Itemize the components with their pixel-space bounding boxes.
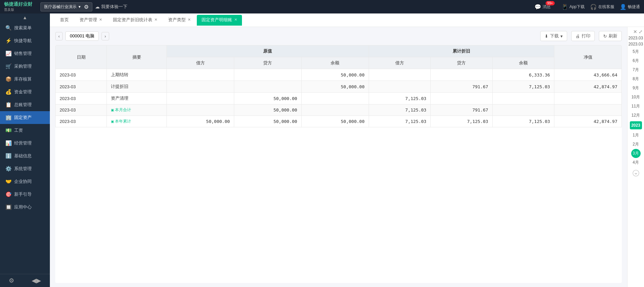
table-row: 2023-03本月合计50,000.007,125.03791.67 <box>56 104 622 116</box>
sidebar-item-sales[interactable]: 📈 销售管理 <box>0 47 50 60</box>
table-row: 2023-03资产清理50,000.007,125.03 <box>56 93 622 104</box>
online-service-button[interactable]: 🎧 在线客服 <box>590 4 614 10</box>
months-list: 5月6月7月8月9月10月11月12月 <box>630 47 642 120</box>
sidebar-item-apps[interactable]: 🔲 应用中心 <box>0 201 50 214</box>
download-icon: ⬇ <box>545 34 548 39</box>
sidebar-item-basic-info[interactable]: ℹ️ 基础信息 <box>0 150 50 162</box>
sidebar-item-inventory[interactable]: 📦 库存核算 <box>0 73 50 86</box>
settings-icon[interactable]: ⚙ <box>84 4 89 10</box>
handshake-icon: 🤝 <box>5 179 11 185</box>
building-icon: 🏢 <box>5 115 11 121</box>
sidebar-item-system[interactable]: ⚙️ 系统管理 <box>0 162 50 175</box>
month-item[interactable]: 7月 <box>630 65 642 74</box>
chevron-down-icon: ▾ <box>560 34 563 39</box>
toolbar-row: ‹ 000001 电脑 › ⬇ 下载 ▾ 🖨 打印 <box>55 31 622 41</box>
month-item[interactable]: 6月 <box>630 56 642 65</box>
download-button[interactable]: ⬇ 下载 ▾ <box>540 31 567 41</box>
col-accumulated-depreciation-header: 累计折旧 <box>369 45 554 57</box>
col-summary-header: 摘要 <box>107 45 167 69</box>
sidebar-footer: ⚙ ◀▶ <box>0 274 50 287</box>
sidebar-item-search[interactable]: 🔍 搜索菜单 <box>0 22 50 34</box>
apps-icon: 🔲 <box>5 204 11 210</box>
bar-chart-icon: 📊 <box>5 140 11 146</box>
sidebar-scroll-up[interactable]: ▲ <box>0 13 50 22</box>
tab-close-asset-detail[interactable]: ✕ <box>234 18 237 22</box>
main-content: ‹ 000001 电脑 › ⬇ 下载 ▾ 🖨 打印 <box>50 27 627 287</box>
tab-home[interactable]: 首页 <box>55 15 73 26</box>
money-icon: 💰 <box>5 89 11 95</box>
table-row: 2023-03计提折旧50,000.00791.677,125.0342,874… <box>56 81 622 93</box>
guide-icon: 🎯 <box>5 191 11 197</box>
month-item[interactable]: 2月 <box>630 140 642 149</box>
toolbar-right: ⬇ 下载 ▾ 🖨 打印 ↻ 刷新 <box>540 31 622 41</box>
svg-point-0 <box>633 170 639 176</box>
month-item[interactable]: 5月 <box>630 47 642 56</box>
sidebar-item-guide[interactable]: 🎯 新手引导 <box>0 188 50 201</box>
month-item[interactable]: 1月 <box>630 131 642 140</box>
tab-close-asset-mgmt[interactable]: ✕ <box>99 18 102 22</box>
tab-asset-detail[interactable]: 固定资产明细账 ✕ <box>197 15 242 26</box>
refresh-icon: ↻ <box>603 34 607 39</box>
table-row: 2023-03本年累计50,000.0050,000.0050,000.007,… <box>56 116 622 127</box>
user-avatar[interactable]: 👤 畅捷通 <box>620 4 640 10</box>
collapse-sidebar-button[interactable]: ◀▶ <box>32 277 41 284</box>
col-acc-credit: 贷方 <box>431 57 492 69</box>
tab-asset-mgmt[interactable]: 资产管理 ✕ <box>75 15 107 26</box>
ledger-icon: 📋 <box>5 102 11 108</box>
panel-expand-icon[interactable] <box>633 170 639 178</box>
month-item[interactable]: 4月 <box>630 158 642 167</box>
sidebar-item-capital[interactable]: 💰 资金管理 <box>0 86 50 98</box>
search-icon: 🔍 <box>5 25 11 31</box>
ledger-table: 日期 摘要 原值 累计折旧 净值 借方 贷方 余额 借方 <box>55 45 622 127</box>
prev-asset-button[interactable]: ‹ <box>55 32 63 40</box>
content-area: 首页 资产管理 ✕ 固定资产折旧统计表 ✕ 资产类型 ✕ 固定资产明细账 ✕ <box>50 13 644 287</box>
close-panel-button[interactable]: ✕ <box>633 29 637 34</box>
header-right: 💬 消息 99+ 📱 App下载 🎧 在线客服 👤 畅捷通 <box>534 4 640 10</box>
company-selector[interactable]: 医疗器械行业演示 ▾ ⚙ <box>40 2 92 11</box>
tab-close-asset-type[interactable]: ✕ <box>188 18 191 22</box>
month-item[interactable]: 3月 <box>631 149 641 158</box>
month-item[interactable]: 8月 <box>630 74 642 84</box>
tab-asset-type[interactable]: 资产类型 ✕ <box>163 15 195 26</box>
panel-year-month-top: 2023.03 <box>627 35 644 41</box>
print-button[interactable]: 🖨 打印 <box>571 31 595 41</box>
col-acc-debit: 借方 <box>369 57 430 69</box>
cart-icon: 🛒 <box>5 63 11 69</box>
info-icon: ℹ️ <box>5 153 11 159</box>
flash-icon: ⚡ <box>5 38 11 44</box>
refresh-button[interactable]: ↻ 刷新 <box>599 31 622 41</box>
sidebar-item-fixed-assets[interactable]: 🏢 固定资产 <box>0 111 50 124</box>
tab-close-depreciation-table[interactable]: ✕ <box>154 18 157 22</box>
month-item[interactable]: 11月 <box>630 102 642 111</box>
col-acc-balance: 余额 <box>492 57 554 69</box>
col-orig-debit: 借方 <box>167 57 234 69</box>
next-asset-button[interactable]: › <box>101 32 109 40</box>
month-item[interactable]: 12月 <box>630 111 642 120</box>
col-original-value-header: 原值 <box>167 45 369 57</box>
app-download-button[interactable]: 📱 App下载 <box>561 4 585 10</box>
sidebar: ▲ 🔍 搜索菜单 ⚡ 快捷导航 📈 销售管理 🛒 采购管理 📦 库存核算 <box>0 13 50 287</box>
tab-depreciation-table[interactable]: 固定资产折旧统计表 ✕ <box>108 15 162 26</box>
sidebar-item-purchase[interactable]: 🛒 采购管理 <box>0 60 50 73</box>
sidebar-item-payroll[interactable]: 💵 工资 <box>0 124 50 137</box>
sidebar-item-enterprise[interactable]: 🤝 企业协同 <box>0 175 50 188</box>
sidebar-item-operations[interactable]: 📊 经营管理 <box>0 137 50 150</box>
col-net-value-header: 净值 <box>554 45 622 69</box>
header-left: 畅捷通好业财 普及版 医疗器械行业演示 ▾ ⚙ ☁ 我要体验一下 <box>4 1 127 12</box>
panel-year-month-second: 2023.03 <box>627 41 644 47</box>
col-orig-credit: 贷方 <box>234 57 302 69</box>
experience-button[interactable]: ☁ 我要体验一下 <box>95 4 127 10</box>
messages-button[interactable]: 💬 消息 99+ <box>534 4 551 10</box>
scroll-up-button[interactable]: ▲ <box>23 15 27 20</box>
asset-code-tag: 000001 电脑 <box>65 31 99 41</box>
settings-button[interactable]: ⚙ <box>9 277 14 284</box>
sidebar-item-ledger[interactable]: 📋 总账管理 <box>0 98 50 111</box>
sidebar-item-quick-nav[interactable]: ⚡ 快捷导航 <box>0 34 50 47</box>
expand-panel-button[interactable]: ⤢ <box>639 29 643 34</box>
dollar-icon: 💵 <box>5 127 11 133</box>
right-panel: ✕ ⤢ 2023.03 2023.03 5月6月7月8月9月10月11月12月 … <box>627 27 644 287</box>
asset-navigation: ‹ 000001 电脑 › <box>55 31 109 41</box>
month-item[interactable]: 9月 <box>630 84 642 93</box>
month-item[interactable]: 10月 <box>630 93 642 102</box>
chart-icon: 📈 <box>5 51 11 57</box>
